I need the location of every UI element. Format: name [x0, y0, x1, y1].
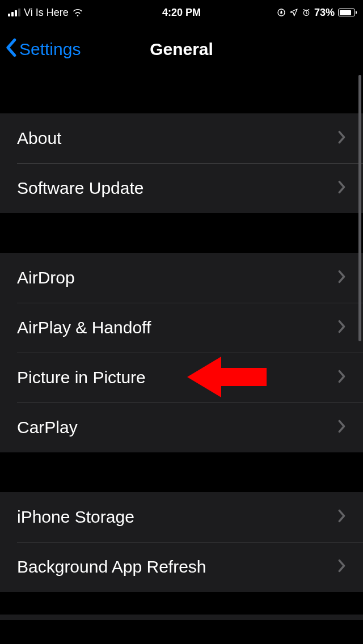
row-picture-in-picture[interactable]: Picture in Picture	[0, 353, 363, 402]
row-carplay[interactable]: CarPlay	[0, 402, 363, 452]
page-title: General	[150, 40, 213, 59]
row-iphone-storage[interactable]: iPhone Storage	[0, 492, 363, 542]
chevron-right-icon	[338, 270, 346, 286]
scroll-indicator[interactable]	[358, 75, 361, 341]
battery-percentage: 73%	[314, 7, 335, 19]
section-spacer	[0, 213, 363, 253]
orientation-lock-icon	[277, 8, 286, 17]
status-bar: Vi Is Here 4:20 PM 73%	[0, 0, 363, 25]
section-about-updates: About Software Update	[0, 113, 363, 213]
wifi-icon	[72, 7, 83, 18]
chevron-right-icon	[338, 370, 346, 385]
row-label: Software Update	[17, 179, 143, 198]
section-spacer	[0, 592, 363, 615]
status-time: 4:20 PM	[162, 7, 201, 19]
row-label: CarPlay	[17, 418, 78, 437]
chevron-right-icon	[338, 130, 346, 146]
chevron-right-icon	[338, 180, 346, 196]
row-background-app-refresh[interactable]: Background App Refresh	[0, 542, 363, 592]
back-button[interactable]: Settings	[5, 38, 81, 61]
row-label: Picture in Picture	[17, 368, 146, 387]
section-connectivity: AirDrop AirPlay & Handoff Picture in Pic…	[0, 253, 363, 452]
navigation-bar: Settings General	[0, 25, 363, 74]
settings-list[interactable]: About Software Update AirDrop AirPlay & …	[0, 74, 363, 620]
chevron-right-icon	[338, 320, 346, 336]
chevron-right-icon	[338, 559, 346, 575]
section-spacer	[0, 74, 363, 113]
status-left: Vi Is Here	[8, 7, 83, 19]
row-about[interactable]: About	[0, 113, 363, 163]
row-software-update[interactable]: Software Update	[0, 163, 363, 213]
row-label: Background App Refresh	[17, 557, 206, 577]
chevron-right-icon	[338, 420, 346, 435]
back-label: Settings	[19, 40, 81, 59]
location-icon	[289, 8, 298, 17]
row-label: iPhone Storage	[17, 507, 134, 527]
section-spacer	[0, 452, 363, 492]
row-airdrop[interactable]: AirDrop	[0, 253, 363, 303]
chevron-right-icon	[338, 509, 346, 525]
row-label: About	[17, 129, 61, 148]
section-storage: iPhone Storage Background App Refresh	[0, 492, 363, 592]
section-peek	[0, 615, 363, 620]
chevron-left-icon	[5, 38, 17, 61]
alarm-icon	[302, 8, 311, 17]
carrier-label: Vi Is Here	[24, 7, 69, 19]
battery-icon	[338, 9, 355, 16]
row-airplay-handoff[interactable]: AirPlay & Handoff	[0, 303, 363, 353]
status-right: 73%	[277, 7, 355, 19]
row-label: AirPlay & Handoff	[17, 318, 151, 337]
row-label: AirDrop	[17, 268, 75, 287]
cellular-signal-icon	[8, 9, 20, 16]
